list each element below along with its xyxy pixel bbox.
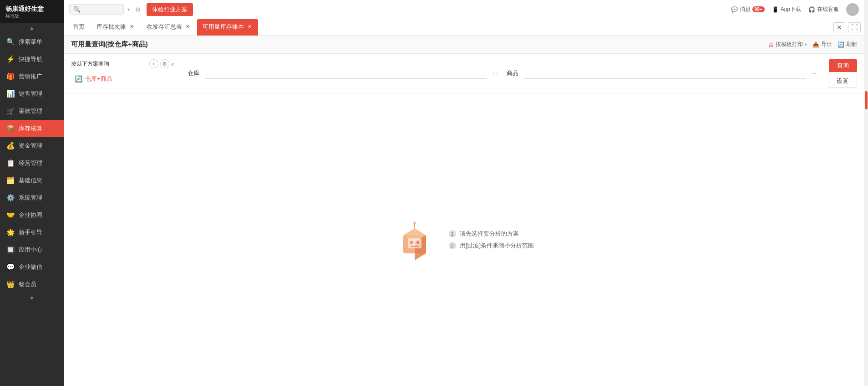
- sidebar-icon-finance: 💰: [6, 142, 15, 150]
- message-label: 消息: [740, 5, 751, 13]
- industry-btn[interactable]: 体验行业方案: [147, 3, 193, 16]
- scheme-icon-warehouse_product: 🔄: [75, 75, 82, 82]
- empty-message-1: 1 请先选择要分析的方案: [449, 230, 534, 238]
- product-label: 商品: [507, 69, 520, 77]
- sidebar-icon-marketing: 🎁: [6, 72, 15, 81]
- export-label: 导出: [821, 41, 832, 48]
- logo-tag: 标准版: [5, 13, 58, 19]
- page-title: 可用量查询(按仓库+商品): [71, 40, 148, 49]
- sidebar-label-operations: 经营管理: [19, 159, 42, 167]
- sidebar-label-inventory: 库存核算: [19, 124, 42, 133]
- sidebar-icon-basic: 🗂️: [6, 176, 15, 185]
- msg-text-2: 用[过滤]条件来缩小分析范围: [460, 242, 534, 250]
- tab-available[interactable]: 可用量库存账本✕: [197, 19, 258, 36]
- print-label: 按模板打印: [776, 41, 803, 48]
- search-input[interactable]: [82, 6, 119, 13]
- export-action[interactable]: 📤 导出: [812, 41, 832, 48]
- settings-btn[interactable]: 设置: [828, 75, 857, 87]
- sidebar-item-enterprise[interactable]: 🤝企业协同: [0, 206, 64, 224]
- warehouse-field: 仓库 ···: [188, 68, 499, 79]
- sidebar-scroll-down[interactable]: ▼: [0, 293, 64, 303]
- msg-num-2: 2: [449, 242, 456, 249]
- scheme-items: 🔄仓库+商品: [71, 72, 174, 86]
- sidebar-icon-system: ⚙️: [6, 194, 15, 202]
- topbar-gear-icon[interactable]: ⚙: [135, 6, 141, 13]
- tab-close-available[interactable]: ✕: [247, 24, 253, 29]
- sidebar-item-purchase[interactable]: 🛒采购管理: [0, 103, 64, 120]
- topbar-chevron-icon[interactable]: ▾: [127, 7, 130, 12]
- product-input[interactable]: [524, 68, 806, 79]
- svg-point-4: [410, 241, 413, 244]
- svg-point-5: [416, 241, 419, 244]
- online-service-label: 在线客服: [817, 5, 839, 13]
- sidebar-icon-shortcut: ⚡: [6, 55, 15, 63]
- message-badge: 99+: [752, 6, 765, 12]
- settings-scheme-btn[interactable]: ⚙: [160, 59, 169, 68]
- refresh-label: 刷新: [846, 41, 857, 48]
- sidebar-icon-sales: 📊: [6, 90, 15, 98]
- sidebar-item-system[interactable]: ⚙️系统管理: [0, 189, 64, 206]
- tab-label-available: 可用量库存账本: [203, 23, 244, 31]
- app-download-action[interactable]: 📱 App下载: [772, 5, 801, 13]
- sidebar-icon-appcenter: 🔲: [6, 246, 15, 254]
- print-action[interactable]: 🖨 按模板打印 ▾: [768, 41, 807, 48]
- avatar[interactable]: [846, 3, 859, 16]
- export-icon: 📤: [812, 41, 819, 48]
- tab-batch[interactable]: 库存批次账✕: [91, 19, 140, 36]
- app-download-label: App下载: [781, 5, 801, 13]
- empty-illustration: [394, 219, 435, 260]
- sidebar-item-finance[interactable]: 💰资金管理: [0, 137, 64, 154]
- topbar-search-box[interactable]: 🔍: [69, 4, 124, 15]
- tab-summary[interactable]: 收发存汇总表✕: [141, 19, 196, 36]
- expand-tab-btn[interactable]: ⛶: [848, 22, 861, 32]
- collapse-icon[interactable]: «: [171, 61, 174, 67]
- online-service-action[interactable]: 🎧 在线客服: [808, 5, 839, 13]
- product-more-icon[interactable]: ···: [810, 70, 818, 77]
- sidebar-item-shortcut[interactable]: ⚡快捷导航: [0, 51, 64, 68]
- svg-rect-6: [411, 246, 419, 247]
- sidebar-item-sales[interactable]: 📊销售管理: [0, 85, 64, 103]
- page-header-actions: 🖨 按模板打印 ▾ 📤 导出 🔄 刷新: [768, 41, 857, 48]
- product-field: 商品 ···: [507, 68, 818, 79]
- sidebar-logo: 畅康通好生意 标准版: [0, 0, 64, 23]
- refresh-action[interactable]: 🔄 刷新: [838, 41, 857, 48]
- sidebar-item-appcenter[interactable]: 🔲应用中心: [0, 241, 64, 258]
- sidebar-label-enterprise: 企业协同: [19, 211, 42, 219]
- sidebar-item-marketing[interactable]: 🎁营销推广: [0, 68, 64, 85]
- sidebar-label-appcenter: 应用中心: [19, 246, 42, 254]
- sidebar-scroll-up[interactable]: ▲: [0, 23, 64, 33]
- sidebar-label-search: 搜索菜单: [19, 38, 42, 46]
- main-area: 🔍 ▾ ⚙ 体验行业方案 💬 消息 99+ 📱 App下载 🎧 在线客服 首: [64, 0, 864, 386]
- query-btn[interactable]: 查询: [829, 59, 857, 72]
- empty-messages: 1 请先选择要分析的方案 2 用[过滤]条件来缩小分析范围: [449, 230, 534, 250]
- right-scrollbar[interactable]: [864, 0, 868, 386]
- close-tab-btn[interactable]: ✕: [833, 22, 845, 32]
- sidebar-item-vip[interactable]: 👑畅会员: [0, 276, 64, 293]
- sidebar-label-finance: 资金管理: [19, 142, 42, 150]
- scheme-item-warehouse_product[interactable]: 🔄仓库+商品: [71, 72, 174, 86]
- tab-home[interactable]: 首页: [67, 19, 90, 36]
- search-icon: 🔍: [73, 6, 81, 13]
- sidebar-label-vip: 畅会员: [19, 280, 36, 288]
- scrollbar-handle[interactable]: [865, 91, 868, 109]
- message-action[interactable]: 💬 消息 99+: [731, 5, 765, 13]
- tab-close-batch[interactable]: ✕: [129, 24, 135, 29]
- add-scheme-btn[interactable]: +: [149, 59, 158, 68]
- headset-icon: 🎧: [808, 6, 815, 13]
- warehouse-input[interactable]: [205, 68, 487, 79]
- page-header: 可用量查询(按仓库+商品) 🖨 按模板打印 ▾ 📤 导出 🔄 刷新: [64, 36, 864, 54]
- warehouse-more-icon[interactable]: ···: [491, 70, 499, 77]
- warehouse-label: 仓库: [188, 69, 201, 77]
- sidebar-item-inventory[interactable]: 📦库存核算: [0, 120, 64, 137]
- sidebar-item-basic[interactable]: 🗂️基础信息: [0, 172, 64, 189]
- tab-label-home: 首页: [73, 23, 85, 31]
- print-chevron-icon: ▾: [805, 42, 807, 47]
- sidebar-item-operations[interactable]: 📋经营管理: [0, 154, 64, 172]
- sidebar-item-search[interactable]: 🔍搜索菜单: [0, 33, 64, 51]
- printer-icon: 🖨: [768, 41, 774, 48]
- tab-close-summary[interactable]: ✕: [185, 24, 191, 29]
- query-sidebar-actions: + ⚙ «: [149, 59, 174, 68]
- sidebar-label-basic: 基础信息: [19, 176, 42, 185]
- sidebar-item-newuser[interactable]: 🌟新手引导: [0, 224, 64, 241]
- sidebar-item-wechat[interactable]: 💬企业微信: [0, 258, 64, 276]
